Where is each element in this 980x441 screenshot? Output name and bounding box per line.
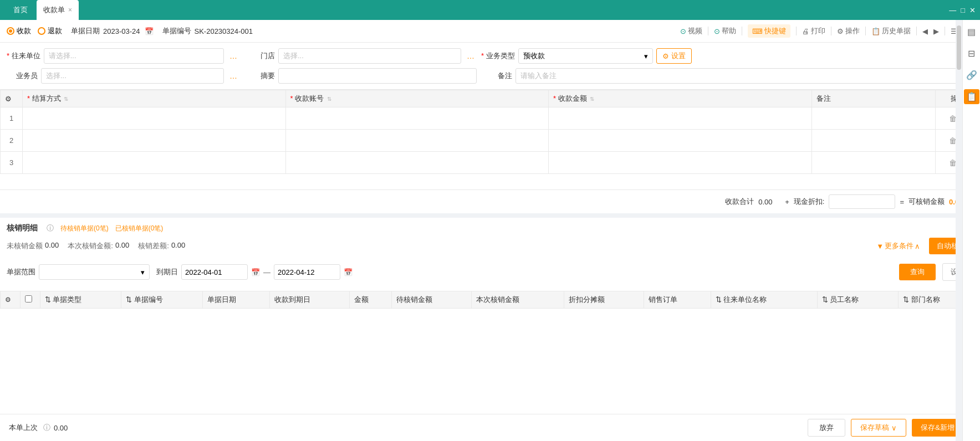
scrollbar[interactable] bbox=[956, 20, 962, 441]
tab-close-icon[interactable]: × bbox=[68, 6, 72, 14]
sort-type-icon[interactable]: ⇅ bbox=[45, 295, 51, 304]
select-all-checkbox[interactable] bbox=[25, 295, 32, 302]
sort-partner-icon[interactable]: ⇅ bbox=[716, 295, 722, 304]
date-to-input[interactable] bbox=[274, 264, 340, 280]
summary-field: 摘要 bbox=[244, 68, 477, 84]
footer-info-icon[interactable]: ⓘ bbox=[43, 423, 50, 433]
date-calendar-to[interactable]: 📅 bbox=[344, 268, 353, 276]
sidebar-icon-1[interactable]: ▤ bbox=[965, 24, 978, 39]
cell-account-3[interactable] bbox=[285, 152, 549, 174]
date-from-input[interactable] bbox=[181, 264, 248, 280]
help-label: 帮助 bbox=[722, 26, 736, 36]
abandon-button[interactable]: 放弃 bbox=[808, 419, 845, 437]
prev-arrow[interactable]: ◀ bbox=[922, 27, 928, 35]
cell-remark-1[interactable] bbox=[811, 107, 936, 130]
video-label: 视频 bbox=[688, 26, 702, 36]
sort-account-icon[interactable]: ⇅ bbox=[327, 96, 331, 102]
print-btn[interactable]: 🖨 打印 bbox=[802, 26, 825, 36]
print-icon: 🖨 bbox=[802, 27, 809, 35]
history-btn[interactable]: 📋 历史单据 bbox=[871, 26, 911, 36]
summary-input[interactable] bbox=[278, 68, 477, 84]
history-label: 历史单据 bbox=[882, 26, 911, 36]
col-due-date-label: 收款到期日 bbox=[274, 295, 310, 304]
cell-account-1[interactable] bbox=[285, 107, 549, 130]
range-field: 单据范围 ▾ bbox=[7, 264, 150, 280]
remark-input[interactable]: 请输入备注 bbox=[515, 68, 973, 84]
biz-type-select[interactable]: 预收款 ▾ bbox=[518, 48, 653, 64]
col-amount-label: 收款金额 bbox=[553, 94, 587, 102]
video-btn[interactable]: ⊙ 视频 bbox=[680, 26, 702, 36]
radio-receive-dot bbox=[7, 27, 14, 35]
date-value[interactable]: 2023-03-24 bbox=[103, 27, 140, 35]
cell-remark-3[interactable] bbox=[811, 152, 936, 174]
cell-settlement-1[interactable] bbox=[23, 107, 286, 130]
radio-receive[interactable]: 收款 bbox=[7, 26, 31, 36]
funnel-icon: ▼ bbox=[876, 242, 884, 250]
cell-settlement-3[interactable] bbox=[23, 152, 286, 174]
sort-settlement-icon[interactable]: ⇅ bbox=[64, 96, 68, 102]
diff-label: 核销差额: bbox=[138, 241, 169, 251]
table-row: 3 🗑 ⧉ bbox=[1, 152, 980, 174]
col-partner-label: 往来单位名称 bbox=[723, 295, 767, 304]
date-calendar-from[interactable]: 📅 bbox=[251, 268, 260, 276]
writeoff-stats: 未核销金额 0.00 本次核销金额: 0.00 核销差额: 0.00 ▼ 更多条… bbox=[7, 238, 973, 254]
query-button[interactable]: 查询 bbox=[899, 264, 936, 280]
store-more-icon[interactable]: … bbox=[465, 52, 477, 60]
cell-account-2[interactable] bbox=[285, 130, 549, 152]
done-writeoff-tab[interactable]: 已核销单据(0笔) bbox=[115, 224, 164, 233]
sort-staff-icon[interactable]: ⇅ bbox=[822, 295, 828, 304]
sort-amount-icon[interactable]: ⇅ bbox=[590, 96, 594, 102]
writeoff-info-icon[interactable]: ⓘ bbox=[47, 223, 54, 233]
sidebar-icon-3[interactable]: 🔗 bbox=[964, 68, 979, 83]
cell-amount-2[interactable] bbox=[549, 130, 812, 152]
cell-amount-3[interactable] bbox=[549, 152, 812, 174]
shortcut-btn[interactable]: ⌨ 快捷键 bbox=[748, 24, 790, 38]
save-draft-button[interactable]: 保存草稿 ∨ bbox=[851, 419, 906, 437]
staff-input[interactable]: 选择... bbox=[41, 68, 224, 84]
cell-settlement-2[interactable] bbox=[23, 130, 286, 152]
bottom-col-checkbox[interactable] bbox=[21, 291, 40, 309]
toolbar: 收款 退款 单据日期 2023-03-24 📅 单据编号 SK-20230324… bbox=[0, 20, 980, 43]
partner-more-icon[interactable]: … bbox=[227, 52, 239, 60]
sort-number-icon[interactable]: ⇅ bbox=[126, 295, 132, 304]
pending-writeoff-tab[interactable]: 待核销单据(0笔) bbox=[60, 224, 109, 233]
cell-remark-2[interactable] bbox=[811, 130, 936, 152]
staff-more-icon[interactable]: … bbox=[227, 71, 239, 80]
partner-input[interactable]: 请选择... bbox=[44, 48, 224, 64]
cash-discount-input[interactable] bbox=[829, 194, 895, 209]
maximize-btn[interactable]: □ bbox=[961, 6, 965, 14]
next-arrow[interactable]: ▶ bbox=[933, 27, 939, 35]
due-date-label: 到期日 bbox=[156, 267, 178, 277]
writeoff-title: 核销明细 bbox=[7, 223, 38, 233]
sidebar-icon-2[interactable]: ⊟ bbox=[966, 46, 977, 61]
col-settings-header[interactable]: ⚙ bbox=[1, 90, 23, 107]
cell-amount-1[interactable] bbox=[549, 107, 812, 130]
verifiable-label: 可核销金额 bbox=[908, 197, 945, 207]
close-btn[interactable]: ✕ bbox=[969, 6, 976, 14]
range-select[interactable]: ▾ bbox=[39, 264, 150, 280]
settings-button[interactable]: ⚙ 设置 bbox=[656, 48, 692, 64]
col-account-label: 收款账号 bbox=[290, 94, 324, 102]
minimize-btn[interactable]: — bbox=[949, 6, 956, 14]
scroll-thumb[interactable] bbox=[957, 25, 961, 70]
tab-active[interactable]: 收款单 × bbox=[37, 0, 79, 20]
writeoff-section: 核销明细 ⓘ 待核销单据(0笔) 已核销单据(0笔) 未核销金额 0.00 本次… bbox=[0, 218, 980, 291]
col-settlement-header: 结算方式 ⇅ bbox=[23, 90, 286, 107]
number-value[interactable]: SK-20230324-001 bbox=[195, 27, 253, 35]
help-btn[interactable]: ⊙ 帮助 bbox=[714, 26, 736, 36]
radio-refund-dot bbox=[38, 27, 45, 35]
store-input[interactable]: 选择... bbox=[278, 48, 461, 64]
radio-refund[interactable]: 退款 bbox=[38, 26, 62, 36]
bottom-col-settings[interactable]: ⚙ bbox=[1, 291, 21, 309]
tab-home[interactable]: 首页 bbox=[4, 0, 37, 20]
operation-btn[interactable]: ⚙ 操作 bbox=[837, 26, 860, 36]
sidebar-icon-4[interactable]: 📋 bbox=[964, 89, 979, 104]
col-settlement-label: 结算方式 bbox=[27, 94, 61, 102]
bottom-col-current: 本次核销金额 bbox=[471, 291, 564, 309]
unverified-stat: 未核销金额 0.00 bbox=[7, 241, 59, 251]
operation-icon: ⚙ bbox=[837, 27, 844, 35]
sort-dept-icon[interactable]: ⇅ bbox=[903, 295, 909, 304]
more-conditions-btn[interactable]: ▼ 更多条件 ∧ bbox=[876, 241, 920, 251]
staff-placeholder: 选择... bbox=[46, 71, 67, 81]
date-calendar-icon[interactable]: 📅 bbox=[145, 27, 154, 35]
